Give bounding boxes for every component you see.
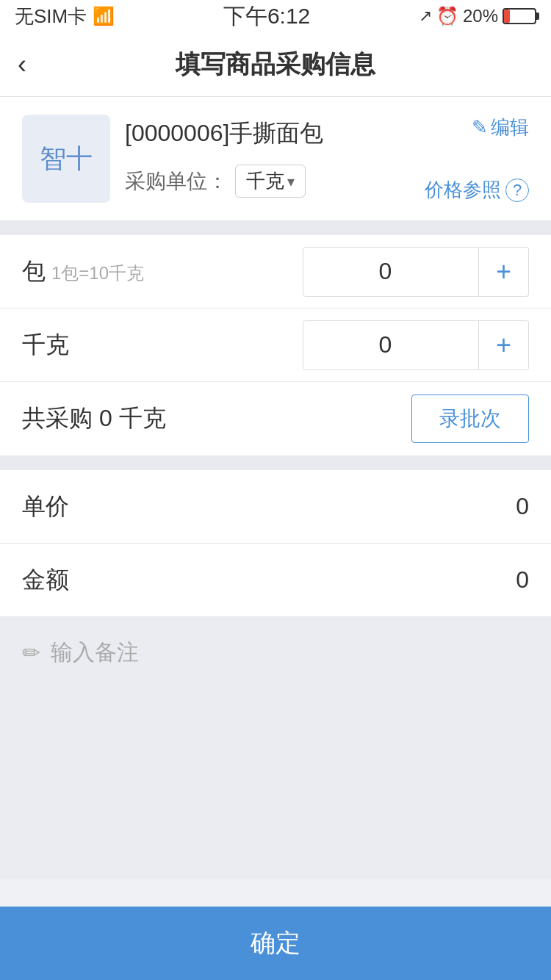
status-bar: 无SIM卡 📶 下午6:12 ↗ ⏰ 20%	[0, 0, 551, 32]
dropdown-arrow-icon: ▾	[287, 173, 295, 190]
confirm-button[interactable]: 确定	[0, 907, 551, 980]
price-ref-icon: ?	[505, 179, 529, 202]
note-icon: ✏	[22, 640, 40, 666]
batch-button-label: 录批次	[439, 405, 501, 433]
status-left: 无SIM卡 📶	[15, 4, 115, 29]
unit-price-value: 0	[516, 493, 529, 520]
product-image: 智十	[22, 115, 110, 203]
input-section: 包1包=10千克 + 千克 +	[0, 235, 551, 382]
unit-price-label: 单价	[22, 491, 69, 523]
price-reference-button[interactable]: 价格参照 ?	[425, 177, 529, 203]
edit-label: 编辑	[491, 115, 529, 140]
wifi-icon: 📶	[93, 6, 115, 26]
kg-label: 千克	[22, 329, 81, 361]
kg-plus-icon: +	[496, 330, 511, 361]
amount-label: 金额	[22, 564, 69, 597]
total-row: 共采购 0 千克 录批次	[0, 382, 551, 455]
alarm-icon: ⏰	[436, 6, 458, 26]
carrier-text: 无SIM卡	[15, 4, 87, 29]
product-name: [0000006]手撕面包	[125, 118, 529, 150]
amount-value: 0	[516, 566, 529, 594]
section-divider-2	[0, 455, 551, 470]
edit-icon: ✎	[472, 116, 488, 139]
bag-quantity-input[interactable]	[303, 247, 479, 297]
back-button[interactable]: ‹	[18, 49, 26, 80]
status-time: 下午6:12	[223, 1, 310, 32]
page-title: 填写商品采购信息	[176, 48, 375, 82]
section-divider-1	[0, 220, 551, 235]
nav-bar: ‹ 填写商品采购信息	[0, 32, 551, 97]
unit-price-row: 单价 0	[0, 470, 551, 544]
price-ref-label: 价格参照	[425, 177, 501, 203]
battery-indicator	[503, 8, 536, 24]
bag-sub-label: 1包=10千克	[51, 263, 144, 283]
note-section[interactable]: ✏ 输入备注	[0, 617, 551, 688]
bag-plus-button[interactable]: +	[479, 247, 529, 297]
unit-label: 采购单位：	[125, 167, 228, 195]
product-card: 智十 [0000006]手撕面包 采购单位： 千克 ▾ ✎ 编辑 价格参照 ?	[0, 97, 551, 220]
bag-label: 包1包=10千克	[22, 256, 144, 288]
unit-selector[interactable]: 千克 ▾	[235, 165, 306, 198]
price-info-section: 单价 0 金额 0	[0, 470, 551, 617]
bag-plus-icon: +	[496, 256, 511, 287]
battery-fill	[504, 10, 510, 23]
kg-plus-button[interactable]: +	[479, 320, 529, 370]
bag-input-wrapper: +	[144, 247, 529, 297]
edit-button[interactable]: ✎ 编辑	[472, 115, 529, 140]
battery-percent: 20%	[463, 6, 498, 26]
unit-value: 千克	[246, 168, 284, 194]
kg-quantity-input[interactable]	[303, 320, 479, 370]
kg-quantity-row: 千克 +	[0, 309, 551, 382]
location-icon: ↗	[419, 7, 432, 26]
total-text: 共采购 0 千克	[22, 403, 166, 435]
batch-button[interactable]: 录批次	[411, 394, 529, 443]
bag-quantity-row: 包1包=10千克 +	[0, 235, 551, 309]
status-right: ↗ ⏰ 20%	[419, 6, 536, 26]
confirm-button-label: 确定	[251, 926, 300, 960]
amount-row: 金额 0	[0, 544, 551, 617]
kg-input-wrapper: +	[81, 320, 529, 370]
note-placeholder: 输入备注	[51, 638, 139, 668]
product-logo: 智十	[40, 141, 93, 177]
content-spacer	[0, 688, 551, 879]
